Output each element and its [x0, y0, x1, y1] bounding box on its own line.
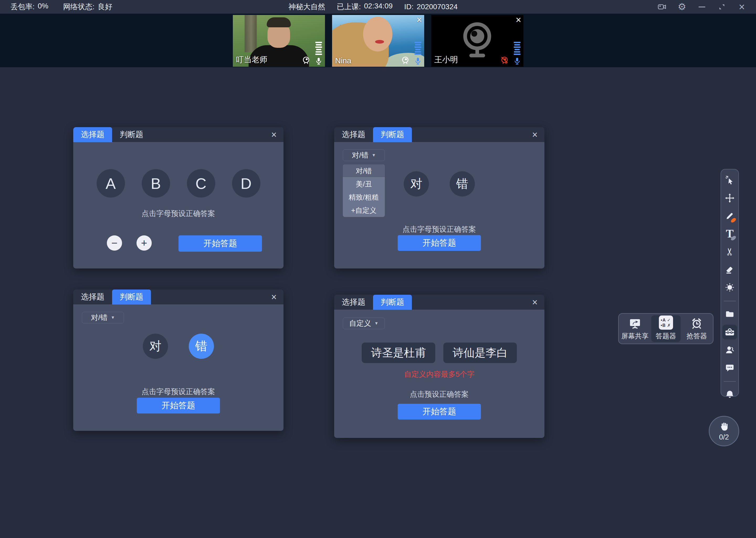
chat-icon[interactable]: [724, 362, 735, 373]
option-true[interactable]: 对: [143, 334, 168, 359]
toolbar-divider: [724, 301, 736, 301]
menu-item-beauty-ugly[interactable]: 美/丑: [343, 178, 385, 191]
minimize-icon[interactable]: [697, 2, 707, 12]
option-true[interactable]: 对: [404, 171, 429, 196]
tab-judge-question[interactable]: 判断题: [112, 290, 151, 304]
decrease-options-button[interactable]: −: [107, 235, 122, 250]
judge-type-dropdown[interactable]: 对/错 ▼: [343, 149, 385, 161]
tab-choice-question[interactable]: 选择题: [73, 127, 112, 142]
screen-share-icon: [629, 317, 641, 330]
start-answering-button[interactable]: 开始答题: [398, 235, 481, 251]
toolbox-icon-active[interactable]: [722, 325, 737, 340]
start-answering-button[interactable]: 开始答题: [178, 235, 262, 252]
microphone-icon[interactable]: [414, 57, 422, 65]
packet-loss-value: 0%: [38, 2, 48, 12]
statement-option-2[interactable]: 诗仙是李白: [443, 343, 517, 363]
judge-type-dropdown[interactable]: 对/错 ▼: [82, 312, 124, 323]
option-d[interactable]: D: [232, 169, 260, 197]
quiz-dialog-choice: 选择题 判断题 × A B C D 点击字母预设正确答案 − + 开始答题: [73, 127, 283, 268]
microphone-icon[interactable]: [314, 57, 323, 65]
chevron-down-icon: ▼: [111, 315, 115, 320]
preset-answer-hint: 点击预设正确答案: [334, 389, 544, 399]
participant-name: 王小明: [435, 54, 458, 65]
increase-options-button[interactable]: +: [136, 235, 152, 250]
camera-settings-icon[interactable]: [657, 2, 667, 12]
close-video-icon[interactable]: ×: [416, 15, 422, 26]
eraser-tool-icon[interactable]: [724, 264, 735, 275]
tab-judge-question[interactable]: 判断题: [373, 127, 412, 142]
pencil-tool-icon[interactable]: [724, 210, 735, 221]
judge-type-dropdown[interactable]: 自定义 ▼: [343, 318, 385, 329]
scissors-tool-icon[interactable]: ✂: [724, 246, 735, 257]
raise-hand-button[interactable]: 0/2: [709, 416, 739, 446]
quiz-tabbar: 选择题 判断题 ×: [73, 290, 283, 305]
preset-answer-hint: 点击字母预设正确答案: [73, 387, 283, 397]
tab-choice-question[interactable]: 选择题: [334, 127, 373, 142]
tab-judge-question[interactable]: 判断题: [112, 127, 151, 142]
option-false[interactable]: 错: [450, 171, 475, 196]
menu-item-custom[interactable]: +自定义: [343, 204, 385, 217]
wang-av-status: [500, 42, 521, 65]
screen-share-button[interactable]: 屏幕共享: [620, 314, 650, 344]
menu-item-true-false[interactable]: 对/错: [343, 164, 385, 178]
close-dialog-icon[interactable]: ×: [532, 297, 538, 307]
class-time-value: 02:34:09: [364, 2, 393, 12]
camera-off-icon[interactable]: [500, 56, 509, 65]
option-false-selected[interactable]: 错: [189, 334, 214, 359]
video-tile-nina[interactable]: × Nina: [332, 15, 424, 67]
top-status-bar: 丢包率: 0% 网络状态: 良好 神秘大自然 已上课: 02:34:09 ID:…: [0, 0, 756, 14]
start-answering-button[interactable]: 开始答题: [398, 404, 481, 419]
answer-clicker-label: 答题器: [656, 332, 676, 341]
close-dialog-icon[interactable]: ×: [271, 130, 277, 139]
option-c[interactable]: C: [187, 169, 215, 197]
option-a[interactable]: A: [97, 169, 125, 197]
close-window-icon[interactable]: ×: [737, 2, 746, 12]
settings-gear-icon[interactable]: ⚙: [677, 2, 687, 12]
session-id-label: ID:: [404, 3, 414, 11]
mic-volume-bars: [315, 42, 322, 55]
bell-icon[interactable]: [724, 389, 735, 400]
camera-on-icon[interactable]: [301, 56, 311, 65]
tab-choice-question[interactable]: 选择题: [73, 290, 112, 304]
start-answering-button[interactable]: 开始答题: [137, 398, 220, 413]
camera-on-icon[interactable]: [401, 56, 410, 65]
move-tool-icon[interactable]: [724, 192, 735, 204]
close-dialog-icon[interactable]: ×: [532, 130, 538, 139]
microphone-icon[interactable]: [513, 57, 521, 65]
room-title: 神秘大自然: [289, 2, 325, 12]
students-list-icon[interactable]: [724, 345, 735, 355]
preset-answer-hint: 点击字母预设正确答案: [334, 224, 544, 234]
teacher-av-status: [301, 42, 323, 65]
annotation-toolbar: T ✂: [721, 169, 739, 397]
spotlight-tool-icon[interactable]: [724, 282, 735, 293]
video-tile-teacher[interactable]: 叮当老师: [233, 15, 325, 67]
answer-options: A B C D: [73, 169, 283, 197]
video-strip: 叮当老师: [0, 14, 756, 67]
toolbar-divider: [724, 381, 736, 382]
close-dialog-icon[interactable]: ×: [271, 293, 277, 302]
video-tile-wang[interactable]: × 王小明: [431, 15, 523, 67]
webcam-icon: [460, 21, 494, 60]
answer-clicker-button[interactable]: •A ✓ •B ✗ 答题器: [651, 315, 681, 342]
option-b[interactable]: B: [142, 169, 170, 197]
window-controls: ⚙ ×: [657, 0, 746, 14]
resize-icon[interactable]: [717, 2, 727, 12]
statement-option-1[interactable]: 诗圣是杜甫: [362, 343, 435, 363]
quiz-tabbar: 选择题 判断题 ×: [334, 295, 544, 310]
participant-name: Nina: [335, 56, 352, 65]
buzzer-button[interactable]: 抢答器: [682, 314, 711, 344]
mic-volume-bars: [514, 42, 521, 55]
courseware-folder-icon[interactable]: [724, 309, 735, 320]
dropdown-value: 对/错: [352, 150, 368, 160]
quiz-tabbar: 选择题 判断题 ×: [73, 127, 283, 142]
interactive-tools-panel: 屏幕共享 •A ✓ •B ✗ 答题器 抢答器: [618, 313, 714, 344]
nina-av-status: [401, 42, 422, 65]
menu-item-fine-rough[interactable]: 精致/粗糙: [343, 191, 385, 204]
text-tool-icon[interactable]: T: [724, 228, 735, 239]
tab-choice-question[interactable]: 选择题: [334, 295, 373, 310]
participant-name: 叮当老师: [236, 54, 267, 65]
tab-judge-question[interactable]: 判断题: [373, 295, 412, 310]
judge-options: 对 错: [73, 334, 283, 359]
close-video-icon[interactable]: ×: [516, 15, 521, 26]
laser-click-icon[interactable]: [724, 175, 735, 186]
